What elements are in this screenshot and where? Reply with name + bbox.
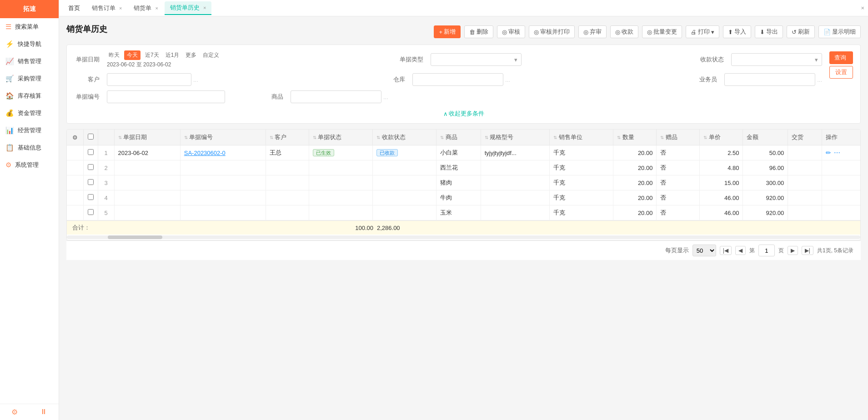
row-checkbox-cell[interactable] <box>83 190 98 205</box>
current-page-input[interactable]: 1 <box>758 245 775 256</box>
doc-type-select[interactable]: ▾ <box>431 53 522 66</box>
row-customer <box>266 190 309 205</box>
row-docno[interactable] <box>180 190 266 205</box>
doc-type-label: 单据类型 <box>398 55 423 64</box>
collapse-button[interactable]: ∧ 收起更多条件 <box>74 108 853 118</box>
abandon-button[interactable]: ◎ 弃审 <box>578 25 607 38</box>
close-sales-history-icon[interactable]: × <box>203 5 206 10</box>
sidebar-settings-icon[interactable]: ⚙ <box>11 408 18 416</box>
row-checkbox-cell[interactable] <box>83 175 98 190</box>
row-checkbox[interactable] <box>88 209 94 215</box>
col-docno-header[interactable]: ⇅ 单据编号 <box>180 130 266 145</box>
row-checkbox-cell[interactable] <box>83 205 98 220</box>
7days-btn[interactable]: 近7天 <box>143 50 161 60</box>
row-docno[interactable] <box>180 160 266 175</box>
sidebar-item-purchase-mgmt[interactable]: 🛒 采购管理 <box>0 70 59 87</box>
more-icon[interactable]: ⋯ <box>834 149 840 156</box>
warehouse-ellipsis[interactable]: ... <box>505 76 510 83</box>
col-docstatus-header[interactable]: ⇅ 单据状态 <box>309 130 372 145</box>
salesperson-input[interactable] <box>724 73 815 86</box>
scrollbar-thumb[interactable] <box>108 235 162 239</box>
first-page-btn[interactable]: |◀ <box>720 246 732 255</box>
set-button[interactable]: 设置 <box>829 66 853 79</box>
last-page-btn[interactable]: ▶| <box>802 246 813 255</box>
col-gift-header[interactable]: ⇅ 赠品 <box>657 130 700 145</box>
col-customer-header[interactable]: ⇅ 客户 <box>266 130 309 145</box>
row-checkbox[interactable] <box>88 164 94 170</box>
row-checkbox[interactable] <box>88 194 94 200</box>
col-collectstatus-header[interactable]: ⇅ 收款状态 <box>373 130 437 145</box>
today-btn[interactable]: 今天 <box>124 50 140 60</box>
row-docno[interactable] <box>180 175 266 190</box>
col-unit-header[interactable]: ⇅ 销售单位 <box>550 130 613 145</box>
custom-btn[interactable]: 自定义 <box>201 50 221 60</box>
warehouse-input[interactable] <box>412 73 503 86</box>
row-docno[interactable] <box>180 205 266 220</box>
col-date-header[interactable]: ⇅ 单据日期 <box>114 130 180 145</box>
delete-button[interactable]: 🗑 删除 <box>464 25 493 38</box>
sidebar-item-search-menu[interactable]: ☰ 搜索菜单 <box>0 18 59 35</box>
goods-ellipsis[interactable]: ... <box>383 94 388 100</box>
collect-status-select[interactable]: ▾ <box>731 53 822 66</box>
customer-input[interactable] <box>107 73 191 86</box>
row-checkbox-cell[interactable] <box>83 160 98 175</box>
row-docno[interactable]: SA-20230602-0 <box>180 145 266 160</box>
settings-gear-icon[interactable]: ⚙ <box>72 134 78 141</box>
doc-no-input[interactable] <box>107 90 225 103</box>
review-print-button[interactable]: ◎ 审核并打印 <box>529 25 575 38</box>
batch-change-button[interactable]: ◎ 批量变更 <box>642 25 682 38</box>
close-sales-order-icon[interactable]: × <box>119 5 122 11</box>
per-page-select[interactable]: 50 100 200 <box>692 245 716 256</box>
col-checkbox[interactable] <box>83 130 98 145</box>
row-action <box>822 190 860 205</box>
row-spec: tyjyjtyjtyjdf... <box>481 145 549 160</box>
tab-sales-order[interactable]: 销售订单 × <box>86 1 127 15</box>
review-print-icon: ◎ <box>534 29 539 35</box>
sidebar-item-finance[interactable]: 💰 资金管理 <box>0 105 59 122</box>
collect-button[interactable]: ◎ 收款 <box>610 25 638 38</box>
row-checkbox[interactable] <box>88 149 94 155</box>
sidebar-item-label: 基础信息 <box>18 144 41 152</box>
col-goods-header[interactable]: ⇅ 商品 <box>437 130 481 145</box>
tab-home[interactable]: 首页 <box>63 1 85 15</box>
prev-page-btn[interactable]: ◀ <box>735 246 746 255</box>
tab-sales-goods[interactable]: 销货单 × <box>128 1 163 15</box>
sidebar-item-system-mgmt[interactable]: ⚙ 系统管理 <box>0 156 59 174</box>
sidebar-pause-icon[interactable]: ⏸ <box>40 408 47 416</box>
col-spec-header[interactable]: ⇅ 规格型号 <box>481 130 549 145</box>
window-close-icon[interactable]: × <box>861 5 864 11</box>
close-sales-goods-icon[interactable]: × <box>155 5 158 11</box>
customer-ellipsis[interactable]: ... <box>193 76 198 83</box>
refresh-button[interactable]: ↺ 刷新 <box>787 25 815 38</box>
more-btn[interactable]: 更多 <box>184 50 198 60</box>
tab-sales-history[interactable]: 销货单历史 × <box>165 1 211 15</box>
goods-input[interactable] <box>291 90 381 103</box>
1month-btn[interactable]: 近1月 <box>164 50 181 60</box>
row-checkbox[interactable] <box>88 179 94 185</box>
sidebar-item-operations[interactable]: 📊 经营管理 <box>0 122 59 139</box>
warehouse-label: 仓库 <box>380 75 405 84</box>
print-button[interactable]: 🖨 打印 ▾ <box>686 25 719 38</box>
show-detail-button[interactable]: 📄 显示明细 <box>818 25 861 38</box>
col-qty-header[interactable]: ⇅ 数量 <box>613 130 657 145</box>
query-button[interactable]: 查询 <box>829 51 853 64</box>
next-page-btn[interactable]: ▶ <box>788 246 798 255</box>
edit-icon[interactable]: ✏ <box>826 149 831 156</box>
review-button[interactable]: ◎ 审核 <box>497 25 525 38</box>
table-row: 5 玉米 千克 20.00 否 46.00 920.00 <box>67 205 860 220</box>
export-button[interactable]: ⬇ 导出 <box>755 25 783 38</box>
add-button[interactable]: + 新增 <box>434 25 461 38</box>
sidebar-item-sales-mgmt[interactable]: 📈 销售管理 <box>0 53 59 70</box>
sidebar-item-inventory[interactable]: 🏠 库存核算 <box>0 87 59 105</box>
sidebar-item-basic-info[interactable]: 📋 基础信息 <box>0 139 59 156</box>
tab-sales-goods-label: 销货单 <box>134 4 151 12</box>
yesterday-btn[interactable]: 昨天 <box>107 50 121 60</box>
sidebar-item-quick-nav[interactable]: ⚡ 快捷导航 <box>0 35 59 53</box>
col-settings[interactable]: ⚙ <box>67 130 83 145</box>
row-checkbox-cell[interactable] <box>83 145 98 160</box>
salesperson-ellipsis[interactable]: ... <box>817 76 822 83</box>
horizontal-scrollbar[interactable] <box>67 235 860 239</box>
import-button[interactable]: ⬆ 导入 <box>723 25 751 38</box>
col-price-header[interactable]: ⇅ 单价 <box>700 130 743 145</box>
select-all-checkbox[interactable] <box>88 134 94 140</box>
